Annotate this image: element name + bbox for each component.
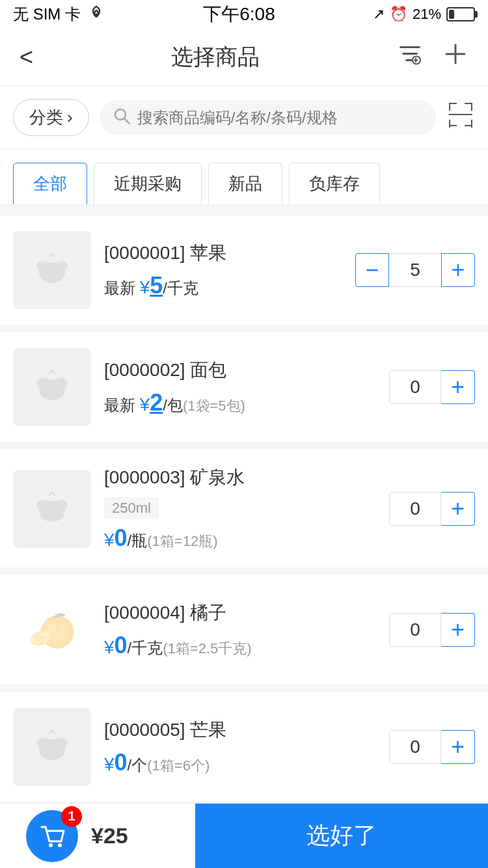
qty-plus-p1[interactable]: + xyxy=(441,253,475,287)
product-item: [0000001] 苹果 最新 ¥5/千克 − + xyxy=(0,215,488,325)
svg-point-21 xyxy=(39,262,65,283)
product-image-p4 xyxy=(13,591,91,669)
search-icon xyxy=(113,107,131,129)
cart-icon-wrap[interactable]: 1 xyxy=(26,810,78,862)
search-input[interactable] xyxy=(137,109,423,127)
bottom-bar: 1 ¥25 选好了 xyxy=(0,803,488,868)
qty-plus-p3[interactable]: + xyxy=(441,492,475,526)
cart-badge: 1 xyxy=(61,806,82,827)
product-price-p4: ¥0/千克(1箱=2.5千克) xyxy=(104,632,376,659)
qty-control-p5: + xyxy=(389,730,475,764)
qty-input-p3[interactable] xyxy=(389,492,441,526)
product-info-p5: [0000005] 芒果 ¥0/个(1箱=6个) xyxy=(104,718,376,776)
svg-point-51 xyxy=(58,843,62,847)
svg-line-9 xyxy=(124,118,129,124)
qty-plus-p4[interactable]: + xyxy=(441,613,475,647)
nav-actions xyxy=(397,41,468,73)
svg-rect-1 xyxy=(402,53,418,55)
nav-bar: < 选择商品 xyxy=(0,29,488,86)
qty-plus-p2[interactable]: + xyxy=(441,370,475,404)
status-time: 下午6:08 xyxy=(203,2,275,27)
back-button[interactable]: < xyxy=(20,44,33,71)
carrier-label: 无 SIM 卡 xyxy=(13,4,81,25)
qty-input-p4[interactable] xyxy=(389,613,441,647)
svg-rect-15 xyxy=(449,120,450,128)
product-image-p5 xyxy=(13,708,91,786)
product-image-p1 xyxy=(13,231,91,309)
filter-bar: 分类 › xyxy=(0,86,488,150)
battery-percent: 21% xyxy=(413,6,441,23)
category-arrow: › xyxy=(67,107,73,128)
tabs-bar: 全部 近期采购 新品 负库存 xyxy=(0,150,488,205)
product-info-p1: [0000001] 苹果 最新 ¥5/千克 xyxy=(104,241,342,299)
product-item: [0000005] 芒果 ¥0/个(1箱=6个) + xyxy=(0,692,488,802)
status-bar: 无 SIM 卡 下午6:08 ↗ ⏰ 21% xyxy=(0,0,488,29)
svg-rect-11 xyxy=(449,103,450,111)
filter-icon[interactable] xyxy=(397,41,423,73)
product-item: [0000004] 橘子 ¥0/千克(1箱=2.5千克) + xyxy=(0,575,488,685)
category-button[interactable]: 分类 › xyxy=(13,99,89,136)
qty-control-p1: − + xyxy=(355,253,475,287)
tab-negative[interactable]: 负库存 xyxy=(289,163,380,204)
wifi-icon xyxy=(87,5,105,23)
qty-input-p2[interactable] xyxy=(389,370,441,404)
product-info-p4: [0000004] 橘子 ¥0/千克(1箱=2.5千克) xyxy=(104,601,376,659)
svg-rect-17 xyxy=(471,120,472,128)
status-right: ↗ ⏰ 21% xyxy=(373,6,475,23)
product-name-p1: [0000001] 苹果 xyxy=(104,241,342,265)
svg-point-50 xyxy=(49,843,53,847)
gps-icon: ↗ xyxy=(373,6,385,23)
cart-section: 1 ¥25 xyxy=(0,810,195,862)
qty-input-p1[interactable] xyxy=(389,253,441,287)
product-name-p5: [0000005] 芒果 xyxy=(104,718,376,742)
product-item: [0000003] 矿泉水 250ml ¥0/瓶(1箱=12瓶) + xyxy=(0,450,488,567)
qty-control-p2: + xyxy=(389,370,475,404)
search-box[interactable] xyxy=(100,100,436,135)
product-price-p2: 最新 ¥2/包(1袋=5包) xyxy=(104,389,376,416)
qty-control-p4: + xyxy=(389,613,475,647)
product-price-p1: 最新 ¥5/千克 xyxy=(104,272,342,299)
product-name-p3: [0000003] 矿泉水 xyxy=(104,465,376,490)
status-left: 无 SIM 卡 xyxy=(13,4,105,25)
qty-minus-p1[interactable]: − xyxy=(355,253,389,287)
confirm-button[interactable]: 选好了 xyxy=(195,804,488,868)
svg-point-27 xyxy=(39,501,65,522)
product-name-p4: [0000004] 橘子 xyxy=(104,601,376,625)
product-price-p5: ¥0/个(1箱=6个) xyxy=(104,749,376,776)
svg-point-43 xyxy=(39,739,65,760)
qty-control-p3: + xyxy=(389,492,475,526)
tab-recent[interactable]: 近期采购 xyxy=(94,163,202,204)
qty-plus-p5[interactable]: + xyxy=(441,730,475,764)
product-spec-p3: 250ml xyxy=(104,497,159,519)
alarm-icon: ⏰ xyxy=(390,6,407,23)
product-image-p2 xyxy=(13,348,91,426)
svg-rect-0 xyxy=(400,46,420,48)
tab-new[interactable]: 新品 xyxy=(208,163,282,204)
add-icon[interactable] xyxy=(442,41,468,73)
cart-total: ¥25 xyxy=(91,823,128,848)
product-name-p2: [0000002] 面包 xyxy=(104,358,376,383)
battery-icon xyxy=(446,7,475,21)
scan-icon[interactable] xyxy=(446,100,475,135)
page-title: 选择商品 xyxy=(171,42,260,72)
product-image-p3 xyxy=(13,470,91,548)
product-info-p3: [0000003] 矿泉水 250ml ¥0/瓶(1箱=12瓶) xyxy=(104,465,376,552)
category-label: 分类 xyxy=(29,106,63,129)
product-list: [0000001] 苹果 最新 ¥5/千克 − + [0000002] 面包 最… xyxy=(0,205,488,868)
svg-rect-13 xyxy=(471,103,472,111)
qty-input-p5[interactable] xyxy=(389,730,441,764)
tab-all[interactable]: 全部 xyxy=(13,163,87,204)
product-info-p2: [0000002] 面包 最新 ¥2/包(1袋=5包) xyxy=(104,358,376,416)
product-price-p3: ¥0/瓶(1箱=12瓶) xyxy=(104,524,376,552)
product-item: [0000002] 面包 最新 ¥2/包(1袋=5包) + xyxy=(0,332,488,442)
svg-point-24 xyxy=(39,379,65,400)
